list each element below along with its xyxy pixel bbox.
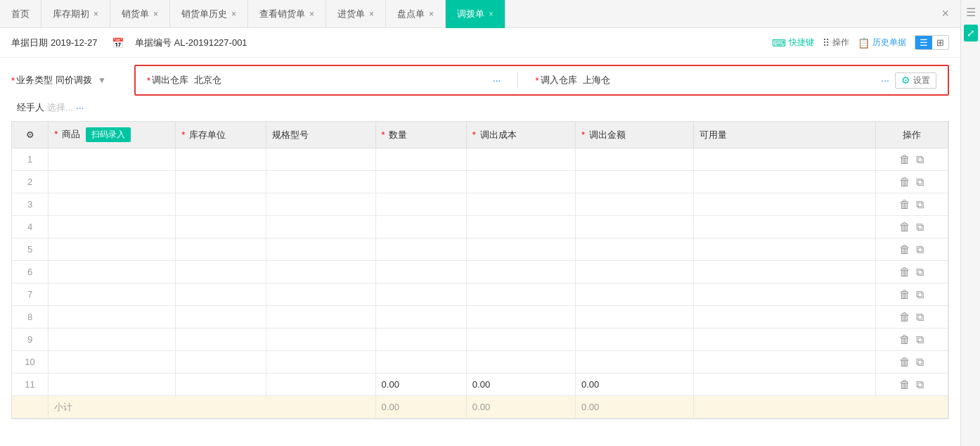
tab-transfer-order[interactable]: 调拨单 × [446, 0, 505, 28]
warehouse-divider [517, 72, 518, 89]
shortcuts-button[interactable]: ⌨ 快捷键 [772, 37, 814, 49]
tab-bar: 首页 库存期初 × 销货单 × 销货单历史 × 查看销货单 × 进货单 × 盘点… [0, 0, 960, 28]
history-button[interactable]: 📋 历史单据 [858, 37, 906, 49]
delete-icon-8[interactable]: 🗑 [899, 311, 910, 324]
copy-icon-3[interactable]: ⧉ [916, 198, 924, 211]
col-spec-header: 规格型号 [266, 122, 375, 148]
delete-icon-4[interactable]: 🗑 [899, 221, 910, 234]
header-area: 单据日期 2019-12-27 📅 单据编号 AL-20191227-001 ⌨… [0, 28, 960, 58]
transfer-out-more[interactable]: ··· [493, 75, 501, 86]
delete-icon-5[interactable]: 🗑 [899, 243, 910, 256]
transfer-in-field: * 调入仓库 上海仓 ··· [535, 74, 889, 87]
table-row: 4 🗑 ⧉ [12, 216, 948, 238]
tab-close-sales-history[interactable]: × [231, 9, 236, 19]
view-toggle-grid[interactable]: ⊞ [932, 36, 948, 49]
business-type-required: * [11, 75, 15, 86]
sidebar-list-icon[interactable]: ☰ [966, 6, 976, 19]
transfer-out-value[interactable]: 北京仓 [194, 74, 221, 87]
tab-close-transfer-order[interactable]: × [489, 9, 494, 19]
view-toggle-list[interactable]: ☰ [915, 36, 932, 49]
col-op-header: 操作 [875, 122, 948, 148]
transfer-in-required: * [535, 75, 539, 86]
delete-icon-7[interactable]: 🗑 [899, 288, 910, 301]
table-row: 5 🗑 ⧉ [12, 238, 948, 261]
tab-purchase-order[interactable]: 进货单 × [326, 0, 386, 28]
tab-sales-order[interactable]: 销货单 × [110, 0, 170, 28]
transfer-in-more[interactable]: ··· [881, 75, 889, 86]
table-row: 3 🗑 ⧉ [12, 193, 948, 216]
settings-button[interactable]: ⚙ 设置 [895, 72, 936, 89]
delete-icon-2[interactable]: 🗑 [899, 176, 910, 189]
transfer-table: ⚙ * 商品 扫码录入 * 库存单位 规格型号 * 数量 [12, 122, 948, 419]
copy-icon-7[interactable]: ⧉ [916, 288, 924, 301]
row-num-3: 3 [12, 193, 49, 216]
person-label: 经手人 [17, 101, 44, 114]
tab-close-purchase-order[interactable]: × [369, 9, 374, 19]
copy-icon-5[interactable]: ⧉ [916, 243, 924, 256]
doc-date-label: 单据日期 [11, 37, 48, 49]
calendar-icon[interactable]: 📅 [112, 37, 124, 49]
view-toggle: ☰ ⊞ [915, 35, 949, 50]
business-type-field: * 业务类型 同价调拨 ▼ [11, 74, 106, 87]
copy-icon-10[interactable]: ⧉ [916, 356, 924, 369]
col-qty-header: * 数量 [375, 122, 466, 148]
row-num-9: 9 [12, 329, 49, 351]
copy-icon-11[interactable]: ⧉ [916, 378, 924, 391]
transfer-in-value[interactable]: 上海仓 [583, 74, 610, 87]
person-placeholder[interactable]: 选择... [47, 101, 73, 114]
copy-icon-8[interactable]: ⧉ [916, 311, 924, 324]
subtotal-amount: 0.00 [575, 396, 693, 419]
delete-icon-9[interactable]: 🗑 [899, 333, 910, 346]
person-more[interactable]: ··· [76, 102, 84, 113]
window-close-button[interactable]: × [930, 6, 960, 21]
table-row: 10 🗑 ⧉ [12, 351, 948, 374]
copy-icon-2[interactable]: ⧉ [916, 176, 924, 189]
delete-icon-10[interactable]: 🗑 [899, 356, 910, 369]
copy-icon-4[interactable]: ⧉ [916, 221, 924, 234]
operations-button[interactable]: ⠿ 操作 [823, 37, 849, 49]
subtotal-row: 小计 0.00 0.00 0.00 [12, 396, 948, 419]
col-amount-header: * 调出金额 [575, 122, 693, 148]
row-num-5: 5 [12, 238, 49, 261]
subtotal-label: 小计 [49, 396, 375, 419]
col-cost-header: * 调出成本 [466, 122, 575, 148]
col-gear[interactable]: ⚙ [12, 122, 49, 148]
tab-inventory-init[interactable]: 库存期初 × [41, 0, 110, 28]
row-num-8: 8 [12, 306, 49, 329]
tab-close-view-sales[interactable]: × [309, 9, 314, 19]
subtotal-qty: 0.00 [375, 396, 466, 419]
copy-icon-1[interactable]: ⧉ [916, 153, 924, 166]
tab-close-sales-order[interactable]: × [153, 9, 158, 19]
transfer-out-field: * 调出仓库 北京仓 ··· [147, 74, 501, 87]
copy-icon-6[interactable]: ⧉ [916, 266, 924, 279]
tab-inventory-count[interactable]: 盘点单 × [386, 0, 446, 28]
right-sidebar: ☰ ⤢ [960, 0, 980, 446]
table-header-row: ⚙ * 商品 扫码录入 * 库存单位 规格型号 * 数量 [12, 122, 948, 148]
delete-icon-1[interactable]: 🗑 [899, 153, 910, 166]
transfer-out-required: * [147, 75, 150, 86]
col-unit-header: * 库存单位 [176, 122, 266, 148]
tab-sales-history[interactable]: 销货单历史 × [170, 0, 248, 28]
doc-no-label: 单据编号 [135, 37, 172, 49]
scan-button[interactable]: 扫码录入 [86, 127, 131, 142]
row-num-7: 7 [12, 283, 49, 306]
delete-icon-6[interactable]: 🗑 [899, 266, 910, 279]
tab-close-inventory-init[interactable]: × [94, 9, 98, 19]
tab-close-inventory-count[interactable]: × [429, 9, 434, 19]
doc-date-value: 2019-12-27 [51, 37, 98, 48]
row-num-10: 10 [12, 351, 49, 374]
subtotal-cost: 0.00 [466, 396, 575, 419]
header-right-buttons: ⌨ 快捷键 ⠿ 操作 📋 历史单据 ☰ ⊞ [772, 35, 949, 50]
business-type-value[interactable]: 同价调拨 [56, 74, 92, 87]
business-type-dropdown[interactable]: ▼ [98, 75, 106, 85]
delete-icon-11[interactable]: 🗑 [899, 378, 910, 391]
tab-home[interactable]: 首页 [0, 0, 41, 28]
operations-icon: ⠿ [823, 37, 830, 49]
copy-icon-9[interactable]: ⧉ [916, 333, 924, 346]
settings-gear-icon: ⚙ [901, 75, 910, 86]
sidebar-expand-icon[interactable]: ⤢ [964, 25, 978, 42]
transfer-out-label: 调出仓库 [152, 74, 188, 87]
tab-view-sales[interactable]: 查看销货单 × [248, 0, 326, 28]
row-num-11: 11 [12, 374, 49, 396]
delete-icon-3[interactable]: 🗑 [899, 198, 910, 211]
